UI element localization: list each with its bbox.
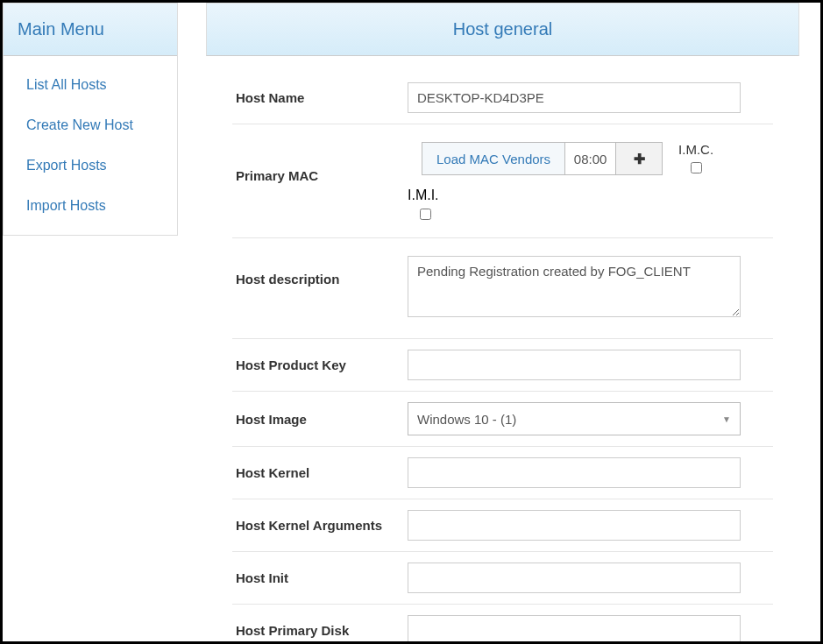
host-description-input[interactable]: [408, 256, 741, 317]
label-host-name: Host Name: [232, 90, 408, 105]
host-kernel-input[interactable]: [408, 457, 741, 488]
chevron-down-icon: ▼: [722, 414, 731, 424]
sidebar-item-list-all-hosts[interactable]: List All Hosts: [4, 65, 177, 105]
host-image-value: Windows 10 - (1): [417, 412, 722, 427]
host-primary-disk-input[interactable]: [408, 615, 741, 644]
primary-mac-input[interactable]: [565, 143, 616, 174]
label-primary-mac: Primary MAC: [232, 142, 408, 183]
host-init-input[interactable]: [408, 563, 741, 593]
add-mac-button[interactable]: ✚: [616, 143, 662, 174]
label-host-product-key: Host Product Key: [232, 357, 408, 372]
imi-label: I.M.I.: [408, 188, 439, 202]
sidebar-item-import-hosts[interactable]: Import Hosts: [4, 186, 177, 226]
host-kernel-arguments-input[interactable]: [408, 510, 741, 541]
sidebar-item-export-hosts[interactable]: Export Hosts: [4, 145, 177, 186]
label-host-description: Host description: [232, 256, 408, 287]
imi-checkbox[interactable]: [420, 209, 431, 220]
host-name-input[interactable]: [408, 82, 741, 113]
label-host-image: Host Image: [232, 412, 408, 427]
label-host-kernel: Host Kernel: [232, 465, 408, 480]
host-image-select[interactable]: Windows 10 - (1) ▼: [408, 402, 741, 435]
label-host-primary-disk: Host Primary Disk: [232, 623, 408, 638]
label-host-init: Host Init: [232, 570, 408, 585]
plus-icon: ✚: [634, 152, 645, 166]
label-host-kernel-arguments: Host Kernel Arguments: [232, 518, 408, 533]
sidebar-item-create-new-host[interactable]: Create New Host: [4, 105, 177, 145]
sidebar-title: Main Menu: [4, 4, 177, 56]
host-product-key-input[interactable]: [408, 350, 741, 380]
imc-label: I.M.C.: [678, 142, 713, 157]
load-mac-vendors-button[interactable]: Load MAC Vendors: [422, 143, 565, 174]
page-title: Host general: [206, 3, 799, 56]
imc-checkbox[interactable]: [691, 162, 702, 173]
